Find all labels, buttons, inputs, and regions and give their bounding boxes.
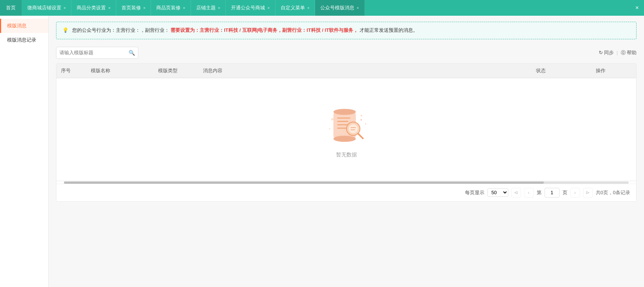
nav-tab-home-decor[interactable]: 首页装修 ×	[116, 0, 151, 16]
svg-text:✦: ✦	[364, 122, 367, 126]
search-input[interactable]	[59, 50, 129, 55]
search-icon[interactable]: 🔍	[129, 50, 135, 56]
sidebar: 模版消息 模版消息记录	[0, 16, 49, 287]
th-content: 消息内容	[198, 64, 531, 78]
svg-rect-5	[337, 121, 348, 122]
close-theme-icon[interactable]: ×	[218, 6, 220, 10]
svg-point-15	[329, 128, 330, 129]
th-action: 操作	[591, 64, 636, 78]
svg-point-13	[331, 118, 333, 120]
th-index-label: 序号	[61, 68, 71, 73]
page-input[interactable]	[545, 188, 560, 198]
sidebar-item-template-msg-label: 模版消息	[7, 23, 27, 28]
svg-rect-7	[337, 128, 346, 129]
toolbar-right: ↻ 同步 | ⓪ 帮助	[599, 49, 637, 56]
scrollbar-thumb[interactable]	[64, 181, 544, 184]
svg-point-3	[333, 136, 356, 142]
scrollbar-track[interactable]	[64, 181, 629, 184]
table-header: 序号 模版名称 模版类型 消息内容 状态 操作	[56, 64, 636, 78]
close-product-decor-icon[interactable]: ×	[183, 6, 185, 10]
close-all-icon: ×	[635, 4, 639, 11]
th-type-label: 模版类型	[158, 68, 178, 73]
th-content-label: 消息内容	[203, 68, 222, 73]
th-name-label: 模版名称	[91, 68, 110, 73]
nav-tab-product-decor[interactable]: 商品页装修 ×	[151, 0, 191, 16]
close-open-shop-icon[interactable]: ×	[267, 6, 269, 10]
first-page-button[interactable]: ⊲	[511, 188, 521, 198]
sidebar-item-template-msg-record[interactable]: 模版消息记录	[0, 33, 48, 47]
close-weshop-icon[interactable]: ×	[64, 6, 66, 10]
svg-point-2	[333, 109, 356, 115]
open-shop-tab-label: 开通公众号商城	[231, 4, 265, 11]
table-wrapper: 序号 模版名称 模版类型 消息内容 状态 操作	[56, 63, 637, 202]
page-size-select[interactable]: 50 10 20 100	[487, 188, 508, 197]
svg-point-9	[349, 124, 358, 133]
close-template-msg-icon[interactable]: ×	[357, 6, 359, 10]
home-tab-label: 首页	[6, 4, 16, 11]
category-tab-label: 商品分类设置	[77, 4, 106, 11]
close-category-icon[interactable]: ×	[108, 6, 110, 10]
product-decor-tab-label: 商品页装修	[156, 4, 181, 11]
top-nav: 首页 微商城店铺设置 × 商品分类设置 × 首页装修 × 商品页装修 × 店铺主…	[0, 0, 644, 16]
close-home-decor-icon[interactable]: ×	[143, 6, 145, 10]
toolbar-divider: |	[617, 50, 618, 55]
th-type: 模版类型	[154, 64, 198, 78]
nav-tab-open-shop[interactable]: 开通公众号商城 ×	[226, 0, 275, 16]
pagination: 每页显示 50 10 20 100 ⊲ ‹ 第 页 › ⊳ 共0页，0条记录	[56, 184, 636, 201]
toolbar: 🔍 ↻ 同步 | ⓪ 帮助	[56, 47, 637, 59]
nav-tab-category[interactable]: 商品分类设置 ×	[71, 0, 116, 16]
nav-tab-weshop[interactable]: 微商城店铺设置 ×	[22, 0, 71, 16]
theme-tab-label: 店铺主题	[196, 4, 216, 11]
notice-prefix-text: 您的公众号行业为：主营行业：，副营行业：	[72, 27, 169, 33]
nav-tab-custom-menu[interactable]: 自定义菜单 ×	[275, 0, 315, 16]
template-msg-tab-label: 公众号模版消息	[320, 4, 354, 11]
notice-suffix-text: 才能正常发送预置的消息。	[360, 27, 418, 33]
th-status-label: 状态	[536, 68, 546, 73]
svg-line-10	[358, 134, 363, 138]
help-label: 帮助	[627, 49, 637, 56]
weshop-tab-label: 微商城店铺设置	[27, 4, 61, 11]
empty-illustration: ✦ ✦	[324, 101, 369, 146]
notice-box: 💡 您的公众号行业为：主营行业：，副营行业： 需要设置为：主营行业：IT科技 /…	[56, 22, 637, 39]
page-size-label: 每页显示	[465, 189, 484, 196]
sync-button[interactable]: ↻ 同步	[599, 49, 614, 56]
help-icon: ⓪	[621, 49, 626, 56]
th-index: 序号	[56, 64, 86, 78]
sync-icon: ↻	[599, 50, 603, 55]
svg-text:✦: ✦	[360, 118, 363, 122]
empty-state: ✦ ✦ 暂无数据	[56, 78, 636, 181]
content-area: 💡 您的公众号行业为：主营行业：，副营行业： 需要设置为：主营行业：IT科技 /…	[49, 16, 644, 287]
custom-menu-tab-label: 自定义菜单	[281, 4, 305, 11]
prev-page-button[interactable]: ‹	[524, 188, 534, 198]
page-label: 第	[537, 189, 542, 196]
next-page-button[interactable]: ›	[570, 188, 580, 198]
sync-label: 同步	[604, 49, 614, 56]
notice-bulb-icon: 💡	[62, 27, 68, 33]
close-all-button[interactable]: ×	[630, 0, 644, 16]
help-button[interactable]: ⓪ 帮助	[621, 49, 637, 56]
notice-highlight-text: 需要设置为：主营行业：IT科技 / 互联网|电子商务，副营行业：IT科技 / I…	[170, 27, 358, 33]
search-wrapper: 🔍	[56, 47, 138, 59]
sidebar-item-template-msg[interactable]: 模版消息	[0, 19, 48, 33]
empty-text: 暂无数据	[336, 152, 357, 158]
sidebar-item-template-msg-record-label: 模版消息记录	[7, 37, 36, 43]
th-name: 模版名称	[86, 64, 154, 78]
svg-point-14	[360, 115, 362, 116]
close-custom-menu-icon[interactable]: ×	[307, 6, 309, 10]
page-total-label: 共0页，0条记录	[596, 189, 630, 196]
th-action-label: 操作	[596, 68, 606, 73]
nav-tab-home[interactable]: 首页	[0, 0, 22, 16]
last-page-button[interactable]: ⊳	[583, 188, 593, 198]
page-unit-label: 页	[563, 189, 567, 196]
scrollbar-area	[56, 181, 636, 184]
svg-rect-4	[337, 117, 350, 119]
nav-tab-theme[interactable]: 店铺主题 ×	[191, 0, 226, 16]
nav-tab-template-msg[interactable]: 公众号模版消息 ×	[315, 0, 364, 16]
main-layout: 模版消息 模版消息记录 💡 您的公众号行业为：主营行业：，副营行业： 需要设置为…	[0, 16, 644, 287]
home-decor-tab-label: 首页装修	[121, 4, 141, 11]
th-status: 状态	[531, 64, 591, 78]
